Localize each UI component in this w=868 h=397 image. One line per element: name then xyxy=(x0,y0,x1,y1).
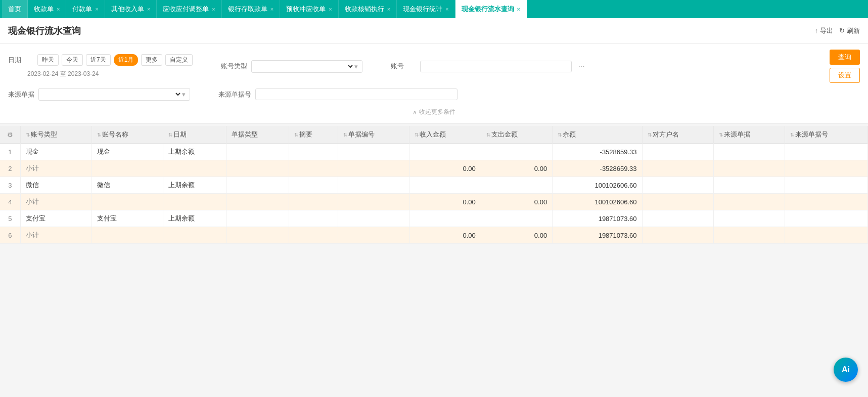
cell-source-doc-no xyxy=(785,210,868,227)
source-doc-no-input-wrapper xyxy=(255,89,458,100)
col-income[interactable]: ⇅收入金额 xyxy=(409,126,481,144)
date-btn-today[interactable]: 今天 xyxy=(62,54,83,66)
cell-income: 0.00 xyxy=(409,194,481,210)
cell-summary xyxy=(289,160,338,177)
col-balance[interactable]: ⇅余额 xyxy=(553,126,642,144)
close-tab-7-icon[interactable]: × xyxy=(445,6,448,12)
cell-source-doc-no xyxy=(785,177,868,194)
close-tab-6-icon[interactable]: × xyxy=(387,6,390,12)
close-tab-1-icon[interactable]: × xyxy=(95,6,98,12)
nav-tab-5[interactable]: 预收冲应收单 × xyxy=(280,0,338,18)
account-input[interactable] xyxy=(425,63,567,70)
source-doc-no-label: 来源单据号 xyxy=(218,90,251,99)
cell-summary xyxy=(289,177,338,194)
cell-expense xyxy=(481,210,552,227)
nav-tab-7[interactable]: 现金银行统计 × xyxy=(397,0,455,18)
cell-counterparty xyxy=(642,144,713,160)
col-account-name[interactable]: ⇅账号名称 xyxy=(92,126,163,144)
cell-date xyxy=(163,194,226,210)
date-btn-custom[interactable]: 自定义 xyxy=(165,54,193,66)
more-dots-icon[interactable]: ··· xyxy=(576,62,586,71)
table-row: 5 支付宝 支付宝 上期余额 19871073.60 xyxy=(0,210,868,227)
nav-tab-0[interactable]: 收款单 × xyxy=(28,0,66,18)
close-tab-0-icon[interactable]: × xyxy=(57,6,60,12)
close-tab-4-icon[interactable]: × xyxy=(270,6,273,12)
search-button[interactable]: 查询 xyxy=(830,50,860,65)
cell-account-name xyxy=(92,194,163,210)
date-btn-7days[interactable]: 近7天 xyxy=(86,54,111,66)
collapse-bar[interactable]: ∧ 收起更多条件 xyxy=(8,106,860,117)
table-header-row: ⚙ ⇅账号类型 ⇅账号名称 ⇅日期 单据类型 ⇅摘要 ⇅单据编号 ⇅收入金额 ⇅… xyxy=(0,126,868,144)
filter-area: 日期 昨天 今天 近7天 近1月 更多 自定义 2023-02-24 至 202… xyxy=(0,43,868,124)
account-type-select[interactable] xyxy=(256,62,354,71)
account-type-select-wrapper[interactable]: ▾ xyxy=(251,60,362,73)
cell-counterparty xyxy=(642,210,713,227)
nav-tab-4[interactable]: 银行存取款单 × xyxy=(222,0,280,18)
cell-account-type: 支付宝 xyxy=(20,210,92,227)
cell-expense xyxy=(481,177,552,194)
refresh-button[interactable]: ↻ 刷新 xyxy=(839,26,860,35)
export-button[interactable]: ↑ 导出 xyxy=(815,26,834,35)
gear-icon[interactable]: ⚙ xyxy=(7,131,13,139)
source-doc-select[interactable] xyxy=(43,90,182,99)
cell-index: 4 xyxy=(0,194,20,210)
cell-summary xyxy=(289,144,338,160)
date-btn-1month[interactable]: 近1月 xyxy=(114,54,139,66)
cell-index: 5 xyxy=(0,210,20,227)
collapse-label: 收起更多条件 xyxy=(419,108,455,116)
nav-tab-8[interactable]: 现金银行流水查询 × xyxy=(455,0,527,18)
source-doc-select-wrapper[interactable]: ▾ xyxy=(38,88,190,101)
cell-doc-type xyxy=(226,194,289,210)
cell-index: 1 xyxy=(0,144,20,160)
col-doc-type[interactable]: 单据类型 xyxy=(226,126,289,144)
nav-tab-2[interactable]: 其他收入单 × xyxy=(105,0,157,18)
col-source-doc-no[interactable]: ⇅来源单据号 xyxy=(785,126,868,144)
cell-counterparty xyxy=(642,177,713,194)
cell-expense: 0.00 xyxy=(481,160,552,177)
cell-account-name: 微信 xyxy=(92,177,163,194)
account-label: 账号 xyxy=(391,62,416,71)
col-expense[interactable]: ⇅支出金额 xyxy=(481,126,552,144)
col-source-doc[interactable]: ⇅来源单据 xyxy=(713,126,785,144)
cell-source-doc-no xyxy=(785,160,868,177)
col-account-type[interactable]: ⇅账号类型 xyxy=(20,126,92,144)
cell-account-name xyxy=(92,160,163,177)
cell-balance: -3528659.33 xyxy=(553,160,642,177)
collapse-arrow-icon: ∧ xyxy=(413,109,417,116)
cell-expense: 0.00 xyxy=(481,194,552,210)
cell-summary xyxy=(289,227,338,244)
cell-summary xyxy=(289,194,338,210)
nav-home[interactable]: 首页 xyxy=(2,0,28,18)
cell-doc-type xyxy=(226,227,289,244)
close-tab-2-icon[interactable]: × xyxy=(147,6,150,12)
source-doc-no-input[interactable] xyxy=(260,91,453,98)
cell-income: 0.00 xyxy=(409,160,481,177)
nav-tab-3[interactable]: 应收应付调整单 × xyxy=(157,0,221,18)
nav-tab-1[interactable]: 付款单 × xyxy=(66,0,105,18)
cell-account-type: 小计 xyxy=(20,160,92,177)
refresh-icon: ↻ xyxy=(839,27,845,34)
page-title: 现金银行流水查询 xyxy=(8,25,81,37)
cell-account-type: 小计 xyxy=(20,194,92,210)
settings-button[interactable]: 设置 xyxy=(830,68,860,83)
date-options: 昨天 今天 近7天 近1月 更多 自定义 xyxy=(37,54,193,66)
col-doc-no[interactable]: ⇅单据编号 xyxy=(338,126,409,144)
col-date[interactable]: ⇅日期 xyxy=(163,126,226,144)
nav-tab-6[interactable]: 收款核销执行 × xyxy=(339,0,397,18)
cell-date: 上期余额 xyxy=(163,210,226,227)
col-counterparty[interactable]: ⇅对方户名 xyxy=(642,126,713,144)
cell-account-type: 小计 xyxy=(20,227,92,244)
cell-date xyxy=(163,160,226,177)
close-tab-8-icon[interactable]: × xyxy=(517,6,520,12)
date-btn-yesterday[interactable]: 昨天 xyxy=(37,54,59,66)
cell-source-doc xyxy=(713,177,785,194)
close-tab-5-icon[interactable]: × xyxy=(329,6,332,12)
page-header: 现金银行流水查询 ↑ 导出 ↻ 刷新 xyxy=(0,18,868,43)
cell-account-name: 支付宝 xyxy=(92,210,163,227)
date-btn-more[interactable]: 更多 xyxy=(141,54,162,66)
col-gear[interactable]: ⚙ xyxy=(0,126,20,144)
close-tab-3-icon[interactable]: × xyxy=(212,6,215,12)
cell-source-doc xyxy=(713,160,785,177)
cell-doc-type xyxy=(226,144,289,160)
col-summary[interactable]: ⇅摘要 xyxy=(289,126,338,144)
